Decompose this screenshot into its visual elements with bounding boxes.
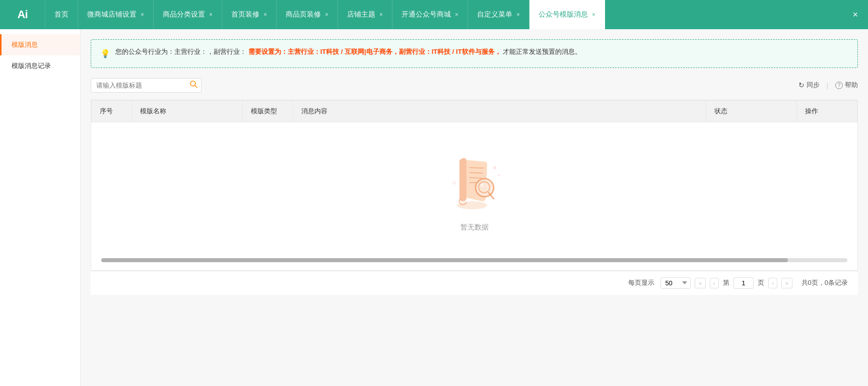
svg-point-11 [493, 166, 496, 169]
search-input-wrap [91, 78, 202, 93]
per-page-label: 每页显示 [628, 278, 654, 287]
sidebar: 模版消息 模版消息记录 [0, 29, 81, 386]
alert-icon: 💡 [100, 47, 110, 60]
page-input[interactable] [733, 277, 754, 289]
last-page-button[interactable]: » [781, 278, 792, 288]
nav-template-msg[interactable]: 公众号模版消息 × [529, 0, 605, 29]
nav-open-mall[interactable]: 开通公众号商城 × [392, 0, 468, 29]
scroll-track-container [91, 252, 857, 270]
search-right: ↻ 同步 | ? 帮助 [798, 81, 858, 90]
nav-close-store-theme[interactable]: × [379, 11, 383, 18]
main-layout: 模版消息 模版消息记录 💡 您的公众号行业为：主营行业：，副营行业： 需要设置为… [0, 29, 868, 386]
data-table: 序号 模版名称 模版类型 消息内容 状态 操作 [91, 100, 857, 122]
per-page-select[interactable]: 50 10 20 100 [660, 277, 691, 289]
nav-home[interactable]: 首页 [45, 0, 78, 29]
nav-product-category[interactable]: 商品分类设置 × [154, 0, 222, 29]
search-left [91, 78, 202, 93]
col-status: 状态 [706, 100, 797, 122]
svg-point-2 [457, 201, 487, 209]
content-area: 💡 您的公众号行业为：主营行业：，副营行业： 需要设置为：主营行业：IT科技 /… [81, 29, 868, 386]
col-content: 消息内容 [293, 100, 706, 122]
svg-line-3 [470, 168, 484, 168]
first-page-button[interactable]: « [695, 278, 705, 288]
empty-text: 暂无数据 [460, 223, 489, 232]
help-button[interactable]: ? 帮助 [835, 81, 858, 90]
svg-point-13 [452, 181, 456, 185]
search-input[interactable] [91, 78, 202, 93]
col-type: 模版类型 [243, 100, 293, 122]
empty-illustration [444, 152, 505, 213]
col-name: 模版名称 [132, 100, 243, 122]
svg-point-10 [481, 184, 484, 187]
nav-close-custom-menu[interactable]: × [516, 11, 520, 18]
col-action: 操作 [797, 100, 857, 122]
svg-line-5 [470, 178, 482, 178]
scroll-thumb[interactable] [101, 258, 788, 262]
svg-line-4 [470, 173, 483, 173]
nav-close-home-decor[interactable]: × [263, 11, 267, 18]
nav-close-open-mall[interactable]: × [455, 11, 458, 18]
nav-wechat-store[interactable]: 微商城店铺设置 × [78, 0, 154, 29]
nav-product-decor[interactable]: 商品页装修 × [277, 0, 338, 29]
search-icon [190, 81, 197, 88]
nav-close-wechat-store[interactable]: × [141, 11, 144, 18]
top-navigation: Ai 首页 微商城店铺设置 × 商品分类设置 × 首页装修 × 商品页装修 × … [0, 0, 868, 29]
nav-home-decor[interactable]: 首页装修 × [222, 0, 277, 29]
close-all-tabs-button[interactable]: × [842, 10, 868, 20]
nav-close-product-category[interactable]: × [209, 11, 213, 18]
page-unit: 页 [758, 278, 764, 287]
col-seq: 序号 [92, 100, 132, 122]
nav-store-theme[interactable]: 店铺主题 × [338, 0, 392, 29]
table-wrapper: 序号 模版名称 模版类型 消息内容 状态 操作 [91, 100, 858, 271]
nav-close-product-decor[interactable]: × [325, 11, 328, 18]
sidebar-item-template-msg[interactable]: 模版消息 [0, 34, 80, 55]
help-icon: ? [835, 82, 843, 89]
horizontal-scrollbar[interactable] [101, 258, 847, 262]
app-logo: Ai [0, 0, 45, 29]
empty-svg [444, 152, 505, 213]
empty-state: 暂无数据 [91, 122, 857, 252]
search-bar: ↻ 同步 | ? 帮助 [91, 78, 858, 93]
nav-custom-menu[interactable]: 自定义菜单 × [468, 0, 529, 29]
next-page-button[interactable]: › [768, 278, 777, 288]
svg-line-1 [195, 86, 197, 88]
page-label: 第 [723, 278, 729, 287]
industry-alert: 💡 您的公众号行业为：主营行业：，副营行业： 需要设置为：主营行业：IT科技 /… [91, 39, 858, 68]
nav-close-template-msg[interactable]: × [592, 11, 595, 18]
sidebar-item-template-record[interactable]: 模版消息记录 [0, 55, 80, 76]
search-button[interactable] [190, 81, 197, 90]
total-info: 共0页，0条记录 [802, 278, 848, 287]
pagination-bar: 每页显示 50 10 20 100 « ‹ 第 页 › » 共0页，0条记录 [91, 271, 858, 295]
sync-icon: ↻ [798, 81, 805, 89]
sync-button[interactable]: ↻ 同步 [798, 81, 820, 90]
prev-page-button[interactable]: ‹ [710, 278, 719, 288]
divider: | [827, 82, 828, 89]
table-header-row: 序号 模版名称 模版类型 消息内容 状态 操作 [92, 100, 857, 122]
svg-point-12 [498, 174, 500, 176]
